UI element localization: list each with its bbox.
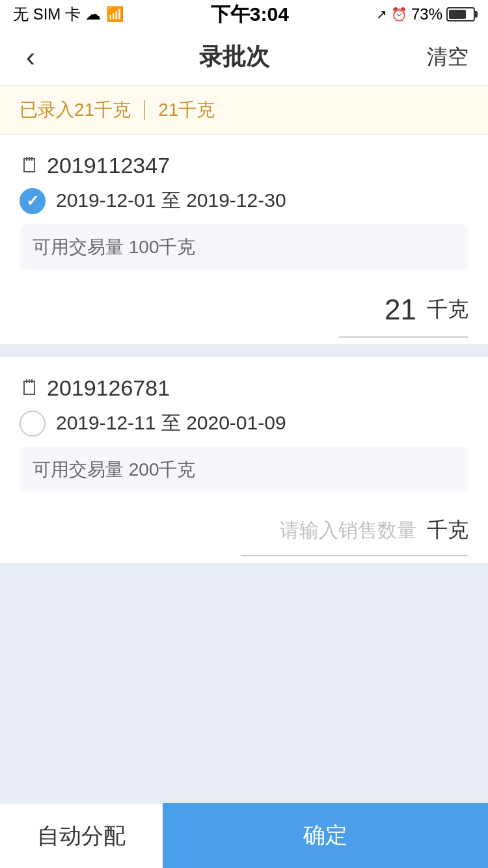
status-bar: 无 SIM 卡 ☁ 📶 下午3:04 ↗ ⏰ 73% bbox=[0, 0, 488, 29]
status-left: 无 SIM 卡 ☁ 📶 bbox=[13, 4, 124, 25]
batch1-header: 🗒 2019112347 bbox=[0, 135, 488, 185]
battery-fill bbox=[449, 10, 466, 19]
batch1-underline bbox=[338, 336, 468, 338]
batch2-input-unit: 千克 bbox=[427, 516, 468, 545]
page-title: 录批次 bbox=[199, 41, 269, 73]
batch1-radio[interactable] bbox=[20, 188, 46, 214]
bottom-buttons: 自动分配 确定 bbox=[0, 803, 488, 868]
batch2-radio[interactable] bbox=[20, 411, 46, 437]
batch1-amount-value: 21 bbox=[385, 293, 416, 326]
batch1-id: 2019112347 bbox=[47, 153, 170, 178]
recorded-label: 已录入21千克 bbox=[20, 98, 131, 122]
batch2-volume-text: 可用交易量 200千克 bbox=[33, 459, 196, 480]
info-banner: 已录入21千克 21千克 bbox=[0, 86, 488, 135]
batch1-volume: 可用交易量 100千克 bbox=[20, 224, 468, 270]
battery-text: 73% bbox=[411, 5, 442, 23]
batch1-date: 2019-12-01 至 2019-12-30 bbox=[56, 187, 286, 214]
alarm-icon: ⏰ bbox=[391, 7, 407, 22]
location-icon: ↗ bbox=[376, 7, 387, 22]
batch1-volume-text: 可用交易量 100千克 bbox=[33, 237, 196, 257]
confirm-button[interactable]: 确定 bbox=[163, 803, 488, 868]
section-divider bbox=[0, 344, 488, 357]
batch2-input-placeholder: 请输入销售数量 bbox=[280, 517, 416, 544]
batch-card-1: 🗒 2019112347 2019-12-01 至 2019-12-30 可用交… bbox=[0, 135, 488, 344]
batch2-date: 2019-12-11 至 2020-01-09 bbox=[56, 410, 286, 437]
clear-button[interactable]: 清空 bbox=[427, 43, 468, 72]
batch2-id: 2019126781 bbox=[47, 375, 170, 401]
bottom-spacer bbox=[0, 563, 488, 810]
batch1-icon: 🗒 bbox=[20, 154, 40, 178]
batch1-date-row: 2019-12-01 至 2019-12-30 bbox=[0, 185, 488, 224]
batch1-amount-container: 21 千克 bbox=[0, 283, 488, 344]
batch1-amount-unit: 千克 bbox=[427, 295, 468, 324]
back-button[interactable]: ‹ bbox=[20, 35, 42, 79]
batch2-input-row: 请输入销售数量 千克 bbox=[0, 506, 488, 555]
nav-bar: ‹ 录批次 清空 bbox=[0, 29, 488, 86]
no-sim-text: 无 SIM 卡 ☁ bbox=[13, 4, 101, 25]
batch2-volume: 可用交易量 200千克 bbox=[20, 447, 468, 493]
batch2-header: 🗒 2019126781 bbox=[0, 357, 488, 407]
batch2-underline-row bbox=[0, 555, 488, 563]
info-divider bbox=[144, 100, 145, 120]
batch-card-2: 🗒 2019126781 2019-12-11 至 2020-01-09 可用交… bbox=[0, 357, 488, 563]
wifi-icon: 📶 bbox=[106, 6, 124, 23]
batch2-date-row: 2019-12-11 至 2020-01-09 bbox=[0, 407, 488, 447]
total-label: 21千克 bbox=[158, 98, 215, 122]
batch2-icon: 🗒 bbox=[20, 376, 40, 400]
batch2-underline bbox=[241, 555, 468, 556]
auto-distribute-button[interactable]: 自动分配 bbox=[0, 803, 163, 868]
batch1-amount-row: 21 千克 bbox=[0, 283, 488, 336]
status-time: 下午3:04 bbox=[211, 1, 289, 28]
status-right: ↗ ⏰ 73% bbox=[376, 5, 475, 23]
battery-icon bbox=[446, 7, 475, 21]
batch1-underline-row bbox=[0, 336, 488, 338]
